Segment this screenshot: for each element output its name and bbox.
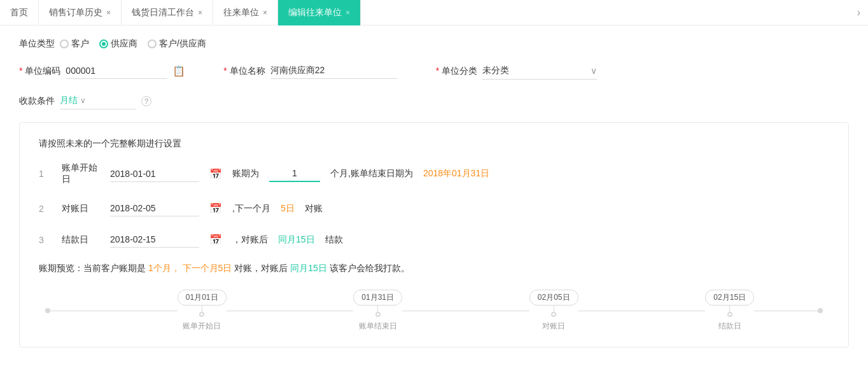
timeline-label-2: 账单结束日 bbox=[359, 321, 397, 332]
payment-terms-select[interactable]: 月结 ∨ bbox=[60, 92, 136, 109]
tab-sales-order-label: 销售订单历史 bbox=[49, 7, 102, 18]
timeline-dot-4 bbox=[727, 312, 732, 317]
unit-code-group: 单位编码 📋 bbox=[19, 63, 185, 79]
period-field-2: 对账日 bbox=[62, 203, 100, 215]
period-num-3: 3 bbox=[39, 235, 52, 245]
tab-sales-order-close[interactable]: × bbox=[106, 8, 111, 17]
period-date-1[interactable] bbox=[110, 166, 199, 182]
timeline-node-3: 02月05日 对账日 bbox=[529, 290, 578, 332]
timeline-connector-3 bbox=[554, 306, 554, 312]
timeline-line-4 bbox=[578, 311, 706, 311]
tab-partner-unit-label: 往来单位 bbox=[223, 7, 259, 18]
timeline-label-4: 结款日 bbox=[718, 321, 741, 332]
period-title: 请按照未来的一个完整帐期进行设置 bbox=[39, 138, 829, 150]
timeline-dot-2 bbox=[375, 312, 381, 317]
period-field-3: 结款日 bbox=[62, 234, 100, 246]
period-end-date: 2018年01月31日 bbox=[423, 168, 489, 179]
period-calendar-1[interactable]: 📅 bbox=[209, 168, 222, 180]
timeline-node-4: 02月15日 结款日 bbox=[705, 290, 754, 332]
period-months-input[interactable] bbox=[269, 165, 320, 182]
unit-code-input[interactable] bbox=[66, 63, 167, 79]
tab-edit-partner-close[interactable]: × bbox=[346, 8, 350, 17]
period-desc-3a: ，对账后 bbox=[232, 234, 268, 246]
timeline-badge-3: 02月05日 bbox=[529, 290, 578, 306]
timeline-label-1: 账单开始日 bbox=[183, 321, 221, 332]
preview-suffix: 该客户会给我打款。 bbox=[330, 263, 410, 273]
timeline-line-1 bbox=[50, 311, 178, 311]
timeline: 01月01日 账单开始日 01月31日 账单结束日 02月05日 对账日 bbox=[39, 290, 829, 332]
timeline-dot-1 bbox=[199, 312, 204, 317]
preview-middle: 对账，对账后 bbox=[234, 263, 288, 273]
unit-type-group: 单位类型 客户 供应商 客户/供应商 bbox=[19, 38, 206, 50]
period-date-2[interactable] bbox=[110, 201, 199, 216]
tabs-expand-button[interactable]: › bbox=[850, 7, 868, 18]
radio-customer[interactable]: 客户 bbox=[60, 38, 89, 50]
timeline-badge-4: 02月15日 bbox=[705, 290, 754, 306]
unit-category-label: 单位分类 bbox=[436, 66, 477, 77]
form-row-unit-type: 单位类型 客户 供应商 客户/供应商 bbox=[19, 38, 849, 50]
preview-part1: 1个月， bbox=[148, 263, 180, 273]
period-date-3[interactable] bbox=[110, 232, 199, 248]
timeline-line-3 bbox=[402, 311, 529, 311]
timeline-node-1: 01月01日 账单开始日 bbox=[178, 290, 227, 332]
timeline-connector-2 bbox=[377, 306, 378, 312]
timeline-label-3: 对账日 bbox=[542, 321, 565, 332]
unit-category-group: 单位分类 未分类 ∨ bbox=[436, 62, 597, 80]
unit-name-input[interactable] bbox=[270, 63, 398, 79]
tab-partner-unit[interactable]: 往来单位 × bbox=[213, 0, 278, 25]
period-day-highlight: 5日 bbox=[281, 203, 295, 215]
radio-both-label: 客户/供应商 bbox=[159, 38, 206, 50]
main-content: 单位类型 客户 供应商 客户/供应商 单位编码 📋 bbox=[0, 25, 868, 387]
period-num-2: 2 bbox=[39, 204, 52, 214]
preview-part2: 下一个月5日 bbox=[183, 263, 232, 273]
period-calendar-3[interactable]: 📅 bbox=[209, 234, 222, 246]
timeline-end-dot bbox=[818, 308, 823, 313]
tab-cash-work[interactable]: 钱货日清工作台 × bbox=[122, 0, 213, 25]
period-row-3: 3 结款日 📅 ，对账后 同月15日 结款 bbox=[39, 232, 829, 248]
tab-home-label: 首页 bbox=[10, 7, 28, 18]
timeline-badge-2: 01月31日 bbox=[353, 290, 402, 306]
payment-terms-arrow: ∨ bbox=[80, 96, 86, 105]
tabs-bar: 首页 销售订单历史 × 钱货日清工作台 × 往来单位 × 编辑往来单位 × › bbox=[0, 0, 868, 25]
radio-supplier[interactable]: 供应商 bbox=[99, 38, 137, 50]
unit-code-icon[interactable]: 📋 bbox=[172, 65, 185, 77]
radio-both-circle bbox=[148, 39, 157, 48]
period-desc-1b: 个月,账单结束日期为 bbox=[330, 168, 413, 179]
tab-partner-unit-close[interactable]: × bbox=[263, 8, 267, 17]
period-desc-1a: 账期为 bbox=[232, 168, 259, 179]
period-settle-highlight: 同月15日 bbox=[278, 234, 315, 246]
unit-category-value: 未分类 bbox=[482, 65, 585, 76]
radio-both[interactable]: 客户/供应商 bbox=[148, 38, 206, 50]
tab-cash-work-close[interactable]: × bbox=[198, 8, 202, 17]
radio-supplier-label: 供应商 bbox=[111, 38, 137, 50]
timeline-badge-1: 01月01日 bbox=[178, 290, 227, 306]
radio-customer-circle bbox=[60, 39, 69, 48]
tab-home[interactable]: 首页 bbox=[0, 0, 39, 25]
unit-code-label: 单位编码 bbox=[19, 66, 60, 77]
timeline-line-5 bbox=[754, 311, 818, 311]
timeline-start-dot bbox=[45, 308, 50, 313]
preview-prefix: 账期预览：当前客户账期是 bbox=[39, 263, 146, 273]
period-num-1: 1 bbox=[39, 169, 52, 179]
timeline-connector-4 bbox=[729, 306, 730, 312]
tab-sales-order[interactable]: 销售订单历史 × bbox=[39, 0, 122, 25]
payment-terms-help[interactable]: ? bbox=[141, 96, 151, 106]
period-desc-2b: 对账 bbox=[305, 203, 323, 215]
period-calendar-2[interactable]: 📅 bbox=[209, 202, 222, 215]
timeline-node-2: 01月31日 账单结束日 bbox=[353, 290, 402, 332]
radio-customer-label: 客户 bbox=[71, 38, 89, 50]
unit-category-arrow: ∨ bbox=[591, 66, 597, 76]
tab-edit-partner[interactable]: 编辑往来单位 × bbox=[278, 0, 361, 25]
payment-terms-group: 收款条件 月结 ∨ ? bbox=[19, 92, 151, 109]
payment-terms-value: 月结 bbox=[60, 95, 78, 106]
form-row-payment: 收款条件 月结 ∨ ? bbox=[19, 92, 849, 109]
preview-part3: 同月15日 bbox=[290, 263, 327, 273]
period-box: 请按照未来的一个完整帐期进行设置 1 账单开始日 📅 账期为 个月,账单结束日期… bbox=[19, 122, 849, 348]
unit-name-label: 单位名称 bbox=[223, 66, 265, 77]
tab-edit-partner-label: 编辑往来单位 bbox=[288, 7, 342, 18]
unit-category-select[interactable]: 未分类 ∨ bbox=[482, 62, 597, 80]
period-desc-2a: ,下一个月 bbox=[232, 203, 270, 215]
unit-type-label: 单位类型 bbox=[19, 38, 55, 50]
radio-group-unit-type: 客户 供应商 客户/供应商 bbox=[60, 38, 206, 50]
tab-cash-work-label: 钱货日清工作台 bbox=[132, 7, 194, 18]
